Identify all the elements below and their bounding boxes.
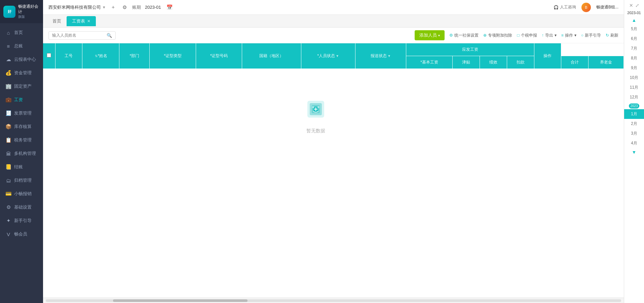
month-2[interactable]: 2月: [624, 119, 644, 129]
add-company-btn[interactable]: ＋: [109, 3, 117, 12]
assets-icon: 🏢: [5, 83, 11, 89]
year-up-btn[interactable]: ▲: [631, 16, 638, 24]
refresh-btn[interactable]: ↻ 刷新: [606, 33, 618, 38]
sidebar-item-settings[interactable]: ⚙ 基础设置: [0, 201, 43, 214]
month-5[interactable]: 5月: [624, 24, 644, 34]
scroll-area[interactable]: [43, 298, 624, 303]
service-label: 人工咨询: [560, 4, 576, 10]
month-12[interactable]: 12月: [624, 92, 644, 102]
company-selector[interactable]: 西安虾米网络科技有限公司 ▾: [48, 4, 105, 10]
month-10[interactable]: 10月: [624, 73, 644, 83]
social-security-label: 统一社保设置: [454, 33, 479, 38]
month-6[interactable]: 6月: [624, 34, 644, 44]
inventory-icon: 📦: [5, 124, 11, 130]
settings-btn[interactable]: ⚙: [121, 3, 128, 12]
month-4[interactable]: 4月: [624, 138, 644, 148]
toolbar-right: 添加人员 ▾ ⚙ 统一社保设置 ⊕ 专项附加扣除 □ 个税申报 ↑ 导出 ▾ ≡: [415, 30, 618, 40]
panel-close-icon[interactable]: ✕: [629, 3, 633, 8]
export-btn[interactable]: ↑ 导出 ▾: [542, 33, 557, 38]
service-btn[interactable]: 🎧 人工咨询: [554, 4, 576, 10]
sidebar-item-expense[interactable]: 💳 小畅报销: [0, 187, 43, 201]
sidebar-item-home[interactable]: ⌂ 首页: [0, 26, 43, 39]
sidebar: 好 畅捷通好会计 旗版 ⌂ 首页 ≡ 总账 ☁ 云报表中心 💰 资金管理 🏢 固…: [0, 0, 43, 303]
guide-btn[interactable]: ○ 新手引导: [581, 33, 601, 38]
empty-state: 暂无数据: [43, 69, 589, 161]
sidebar-item-close-label: 结账: [14, 164, 23, 170]
invoice-icon: 🧾: [5, 110, 11, 116]
sidebar-item-member[interactable]: V 畅会员: [0, 227, 43, 241]
company-dropdown-icon: ▾: [103, 5, 105, 10]
sidebar-item-fund[interactable]: 💰 资金管理: [0, 66, 43, 80]
expense-icon: 💳: [5, 191, 11, 197]
sidebar-item-payroll[interactable]: 💼 工资: [0, 93, 43, 106]
report-filter-icon[interactable]: ▼: [387, 54, 391, 58]
archive-icon: 🗂: [5, 178, 11, 183]
search-input[interactable]: [52, 33, 105, 38]
sidebar-item-close[interactable]: 📒 结账: [0, 160, 43, 174]
sidebar-item-guide[interactable]: ✦ 新手引导: [0, 214, 43, 227]
scroll-thumb[interactable]: [113, 299, 248, 302]
sidebar-item-archive-label: 归档管理: [14, 177, 32, 183]
th-checkbox[interactable]: [43, 43, 55, 69]
month-1[interactable]: 1月: [624, 109, 644, 119]
month-3[interactable]: 3月: [624, 129, 644, 138]
operation-label: 操作: [565, 33, 573, 38]
sidebar-item-assets[interactable]: 🏢 固定资产: [0, 80, 43, 93]
th-dept: *部门: [119, 43, 150, 69]
add-chevron-icon: ▾: [438, 34, 440, 37]
guide-icon-tb: ○: [581, 33, 583, 38]
operation-chevron-icon: ▾: [574, 33, 576, 38]
panel-expand-icon[interactable]: ⤢: [635, 3, 639, 8]
month-11[interactable]: 11月: [624, 83, 644, 92]
sidebar-item-report[interactable]: ☁ 云报表中心: [0, 53, 43, 66]
social-security-btn[interactable]: ⚙ 统一社保设置: [449, 33, 479, 38]
user-name: 畅捷通B组...: [596, 4, 618, 10]
calendar-icon[interactable]: 📅: [165, 3, 174, 12]
month-9[interactable]: 9月: [624, 63, 644, 73]
tab-home[interactable]: 首页: [47, 16, 67, 26]
report-icon: ☁: [5, 56, 11, 62]
status-filter-icon[interactable]: ▼: [336, 54, 339, 58]
sidebar-item-inventory[interactable]: 📦 库存核算: [0, 120, 43, 133]
add-person-label: 添加人员: [419, 32, 437, 38]
main-content: 西安虾米网络科技有限公司 ▾ ＋ ⚙ 账期 2023-01 📅 🎧 人工咨询 B…: [43, 0, 624, 303]
sidebar-logo: 好 畅捷通好会计 旗版: [0, 0, 43, 23]
sidebar-item-ledger-label: 总账: [14, 43, 23, 49]
tab-payroll[interactable]: 工资表 ✕: [67, 16, 96, 26]
add-person-btn[interactable]: 添加人员 ▾: [415, 30, 445, 40]
member-icon: V: [5, 231, 11, 237]
tab-close-icon[interactable]: ✕: [87, 19, 90, 24]
app-edition: 旗版: [18, 14, 40, 19]
th-total: 合计: [561, 56, 589, 69]
svg-point-7: [317, 106, 319, 108]
headset-icon: 🎧: [554, 5, 559, 10]
sidebar-item-ledger[interactable]: ≡ 总账: [0, 39, 43, 53]
sidebar-item-multi[interactable]: 🏛 多机构管理: [0, 147, 43, 160]
sidebar-item-tax[interactable]: 📋 税务管理: [0, 133, 43, 147]
svg-point-6: [312, 106, 314, 108]
year-down-btn[interactable]: ▼: [631, 148, 638, 156]
sidebar-item-fund-label: 资金管理: [14, 70, 32, 76]
sidebar-item-invoice[interactable]: 🧾 发票管理: [0, 106, 43, 120]
month-8[interactable]: 8月: [624, 53, 644, 63]
th-id-type: *证型类型: [150, 43, 196, 69]
sidebar-item-payroll-label: 工资: [14, 97, 23, 103]
th-base-salary: *基本工资: [406, 56, 452, 69]
sidebar-item-settings-label: 基础设置: [14, 204, 32, 210]
fund-icon: 💰: [5, 70, 11, 76]
th-name-sort-icon: ⇅: [95, 54, 98, 58]
operation-btn[interactable]: ≡ 操作 ▾: [561, 33, 576, 38]
operation-icon: ≡: [561, 33, 564, 38]
empty-text: 暂无数据: [306, 128, 325, 134]
home-icon: ⌂: [5, 30, 11, 36]
tax-icon: 📋: [5, 137, 11, 143]
tax-declare-btn[interactable]: □ 个税申报: [517, 33, 537, 38]
sidebar-item-tax-label: 税务管理: [14, 137, 32, 143]
panel-top-icons: ✕ ⤢: [627, 1, 641, 9]
search-icon: 🔍: [107, 33, 112, 38]
export-icon: ↑: [542, 33, 544, 38]
sidebar-item-archive[interactable]: 🗂 归档管理: [0, 174, 43, 187]
month-7[interactable]: 7月: [624, 44, 644, 53]
special-deduction-btn[interactable]: ⊕ 专项附加扣除: [483, 33, 512, 38]
select-all-checkbox[interactable]: [47, 53, 51, 57]
